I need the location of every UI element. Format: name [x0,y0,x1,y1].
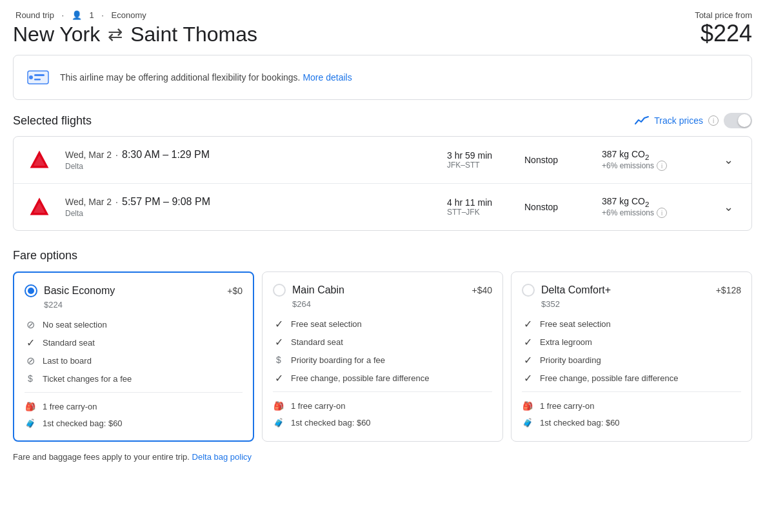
fare-diff-main: +$40 [472,285,492,295]
banner-text: This airline may be offering additional … [60,72,352,83]
total-price: $224 [695,20,752,47]
feature-legroom-comfort: ✓ Extra legroom [522,336,741,348]
carryon-icon-comfort: 🎒 [522,400,533,411]
check-free-seat-comfort-icon: ✓ [522,318,533,330]
fare-features-comfort: ✓ Free seat selection ✓ Extra legroom ✓ … [522,318,741,384]
feature-free-change-comfort: ✓ Free change, possible fare difference [522,372,741,384]
basic-checked-bag: 🧳 1st checked bag: $60 [25,417,243,429]
expand-flight-1[interactable]: ⌄ [718,150,739,170]
price-block: Total price from $224 [695,10,752,47]
fare-radio-main[interactable] [273,284,286,297]
check-change-main-icon: ✓ [273,372,284,384]
fare-name-basic: Basic Economy [44,285,115,297]
flight-row-2: Wed, Mar 2 · 5:57 PM – 9:08 PM Delta 4 h… [14,184,751,230]
stops-1: Nonstop [524,155,589,165]
fare-radio-comfort[interactable] [522,284,535,297]
passengers-icon: 👤 [72,10,82,20]
delta-bag-policy-link[interactable]: Delta bag policy [192,452,252,462]
fare-radio-basic[interactable] [25,284,37,297]
route-2: STT–JFK [447,208,512,217]
passengers: 1 [89,10,94,20]
selected-flights-title: Selected flights [13,114,92,128]
airline-name-2: Delta [65,209,434,218]
destination: Saint Thomas [130,23,257,46]
trip-meta: Round trip · 👤 1 · Economy [13,10,257,20]
top-bar: Round trip · 👤 1 · Economy New York ⇄ Sa… [13,10,752,47]
fare-divider-main [273,391,492,392]
emissions-block-1: 387 kg CO2 +6% emissions i [602,149,705,172]
fare-card-comfort[interactable]: Delta Comfort+ +$128 $352 ✓ Free seat se… [511,271,752,442]
flight-time-row-1: Wed, Mar 2 · 8:30 AM – 1:29 PM [65,149,434,161]
emissions-note-2: +6% emissions i [602,208,705,218]
track-prices-toggle[interactable] [724,113,752,128]
fare-price-basic: $224 [44,300,243,310]
fare-price-main: $264 [292,299,492,309]
flight-info-2: Wed, Mar 2 · 5:57 PM – 9:08 PM Delta [65,196,434,218]
emissions-block-2: 387 kg CO2 +6% emissions i [602,196,705,219]
flight-time-row-2: Wed, Mar 2 · 5:57 PM – 9:08 PM [65,196,434,208]
dollar-priority-main-icon: $ [273,354,284,366]
duration-block-1: 3 hr 59 min JFK–STT [447,150,512,170]
no-board-icon: ⊘ [25,355,36,366]
duration-1: 3 hr 59 min [447,150,512,161]
emissions-info-icon-1[interactable]: i [657,161,667,171]
comfort-checked-bag: 🧳 1st checked bag: $60 [522,417,741,428]
fare-name-row-main: Main Cabin [273,284,344,297]
checked-bag-icon-basic: 🧳 [25,417,36,429]
duration-block-2: 4 hr 11 min STT–JFK [447,197,512,217]
svg-rect-2 [34,74,45,76]
trip-type: Round trip [15,10,54,20]
main-carryon: 🎒 1 free carry-on [273,400,492,411]
trend-icon [635,115,649,126]
expand-flight-2[interactable]: ⌄ [718,197,739,217]
check-standard-seat-icon: ✓ [25,337,36,348]
origin: New York [13,23,100,46]
co2-1: 387 kg CO2 [602,149,705,161]
route-1: JFK–STT [447,161,512,170]
feature-ticket-changes: $ Ticket changes for a fee [25,373,243,384]
fare-card-main-cabin[interactable]: Main Cabin +$40 $264 ✓ Free seat selecti… [262,271,503,442]
feature-free-seat-comfort: ✓ Free seat selection [522,318,741,330]
check-priority-comfort-icon: ✓ [522,354,533,366]
basic-carryon: 🎒 1 free carry-on [25,400,243,412]
feature-standard-seat: ✓ Standard seat [25,337,243,348]
flight-date-2: Wed, Mar 2 [65,197,112,207]
fare-card-basic-economy[interactable]: Basic Economy +$0 $224 ⊘ No seat selecti… [13,271,254,442]
duration-2: 4 hr 11 min [447,197,512,208]
price-label: Total price from [695,10,752,20]
svg-rect-3 [34,79,41,81]
stops-block-1: Nonstop [524,155,589,165]
check-legroom-comfort-icon: ✓ [522,336,533,348]
flight-times-1: 8:30 AM – 1:29 PM [122,149,210,161]
emissions-note-1: +6% emissions i [602,161,705,171]
fare-card-header-comfort: Delta Comfort+ +$128 [522,284,741,297]
fare-diff-basic: +$0 [227,286,243,296]
airline-name-1: Delta [65,162,434,171]
track-prices-area: Track prices i [635,113,752,128]
route-arrow-icon: ⇄ [108,24,123,45]
feature-standard-seat-main: ✓ Standard seat [273,336,492,348]
more-details-link[interactable]: More details [303,72,352,83]
fare-features-main: ✓ Free seat selection ✓ Standard seat $ … [273,318,492,384]
fare-card-header-basic: Basic Economy +$0 [25,284,243,297]
check-free-seat-main-icon: ✓ [273,318,284,330]
main-checked-bag: 🧳 1st checked bag: $60 [273,417,492,428]
dollar-changes-icon: $ [25,373,36,384]
track-prices-label[interactable]: Track prices [654,115,703,126]
selected-flights-header: Selected flights Track prices i [13,113,752,128]
fare-divider-comfort [522,391,741,392]
fare-name-row-comfort: Delta Comfort+ [522,284,611,297]
flight-info-1: Wed, Mar 2 · 8:30 AM – 1:29 PM Delta [65,149,434,171]
checked-bag-icon-main: 🧳 [273,417,284,428]
flight-times-2: 5:57 PM – 9:08 PM [122,196,210,208]
comfort-carryon: 🎒 1 free carry-on [522,400,741,411]
info-banner: This airline may be offering additional … [13,55,752,100]
feature-free-seat-main: ✓ Free seat selection [273,318,492,330]
fare-options-title: Fare options [13,249,752,262]
fare-price-comfort: $352 [541,299,741,309]
track-prices-info-icon[interactable]: i [708,115,719,126]
route-info: Round trip · 👤 1 · Economy New York ⇄ Sa… [13,10,257,46]
stops-2: Nonstop [524,202,589,212]
check-standard-main-icon: ✓ [273,336,284,348]
emissions-info-icon-2[interactable]: i [657,208,667,218]
